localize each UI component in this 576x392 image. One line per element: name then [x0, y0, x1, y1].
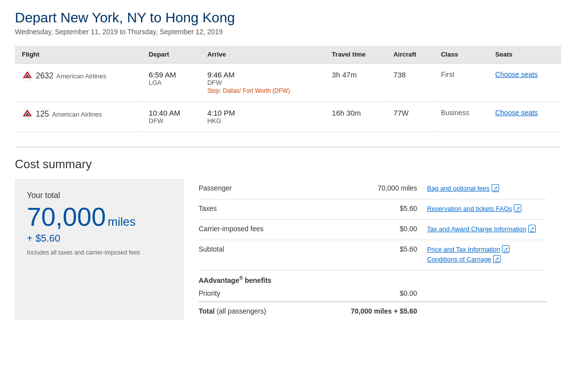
external-link-icon: ↗ [502, 245, 509, 253]
aadvantage-content: AAdvantage® benefits Priority $0.00 [199, 275, 546, 299]
depart-cell-0: 6:59 AM LGA [142, 64, 201, 102]
cost-summary-title: Cost summary [15, 157, 561, 171]
external-link-icon: ↗ [528, 225, 536, 233]
depart-airport-0: LGA [149, 79, 194, 86]
col-depart: Depart [142, 46, 201, 64]
flight-number-0: 2632 [36, 71, 54, 80]
page-subtitle: Wednesday, September 11, 2019 to Thursda… [15, 28, 561, 36]
stop-info-0: Stop: Dallas/ Fort Worth (DFW) [207, 87, 318, 94]
choose-seats-link-1[interactable]: Choose seats [495, 109, 538, 117]
airline-name-0: American Airlines [57, 72, 106, 80]
class-cell-0: First [434, 64, 488, 102]
aadvantage-sup: ® [239, 275, 243, 281]
aircraft-1: 77W [393, 109, 409, 117]
cost-label-0: Passenger [199, 184, 367, 192]
external-link-icon: ↗ [514, 204, 521, 212]
class-1: Business [441, 109, 469, 117]
seats-cell-1: Choose seats [488, 102, 561, 132]
total-includes: Includes all taxes and carrier-imposed f… [27, 249, 172, 256]
your-total-label: Your total [27, 191, 172, 200]
priority-label: Priority [199, 289, 367, 297]
travel-time-0: 3h 47m [332, 70, 357, 79]
cost-links-3: Price and Tax Information ↗Conditions of… [427, 245, 546, 265]
arrive-cell-1: 4:10 PM HKG [200, 102, 325, 132]
airline-name-1: American Airlines [52, 111, 102, 118]
arrive-time-0: 9:46 AM [207, 70, 318, 79]
class-0: First [441, 70, 454, 78]
cost-links-2: Tax and Award Charge Information ↗ [427, 225, 546, 235]
cost-amount-2: $0.00 [367, 225, 427, 233]
aircraft-cell-1: 77W [386, 102, 434, 132]
cost-label-3: Subtotal [199, 245, 367, 253]
flight-number-1: 125 [36, 110, 49, 119]
aa-logo-icon [22, 109, 33, 120]
cost-link-1[interactable]: Reservation and tickets FAQs ↗ [427, 204, 546, 212]
col-travel-time: Travel time [325, 46, 386, 64]
flight-row-1: 125 American Airlines 10:40 AM DFW 4:10 … [15, 102, 561, 132]
seats-cell-0: Choose seats [488, 64, 561, 102]
col-seats: Seats [488, 46, 561, 64]
col-class: Class [434, 46, 488, 64]
total-cash: + $5.60 [27, 233, 172, 244]
total-miles-display: 70,000 miles [27, 204, 172, 230]
aircraft-cell-0: 738 [386, 64, 434, 102]
cost-links-1: Reservation and tickets FAQs ↗ [427, 204, 546, 214]
col-arrive: Arrive [200, 46, 325, 64]
travel-time-cell-0: 3h 47m [325, 64, 386, 102]
priority-amount: $0.00 [367, 289, 427, 297]
section-divider [15, 147, 561, 147]
depart-cell-1: 10:40 AM DFW [142, 102, 201, 132]
arrive-cell-0: 9:46 AM DFW Stop: Dallas/ Fort Worth (DF… [200, 64, 325, 102]
depart-time-0: 6:59 AM [149, 70, 194, 79]
cost-summary-container: Your total 70,000 miles + $5.60 Includes… [15, 179, 561, 320]
flight-table: Flight Depart Arrive Travel time Aircraf… [15, 46, 561, 132]
cost-amount-0: 70,000 miles [367, 184, 427, 192]
cost-link-3[interactable]: Price and Tax Information ↗ [427, 245, 546, 253]
aircraft-0: 738 [393, 70, 406, 79]
arrive-time-1: 4:10 PM [207, 109, 318, 117]
aadvantage-section: AAdvantage® benefits Priority $0.00 [199, 270, 546, 302]
cost-amount-3: $5.60 [367, 245, 427, 253]
col-aircraft: Aircraft [386, 46, 434, 64]
cost-breakdown: Passenger 70,000 miles Bag and optional … [184, 179, 561, 320]
your-total-panel: Your total 70,000 miles + $5.60 Includes… [15, 179, 184, 320]
total-row: Total (all passengers) 70,000 miles + $5… [199, 302, 546, 320]
cost-link-2[interactable]: Tax and Award Charge Information ↗ [427, 225, 546, 233]
cost-links-0: Bag and optional fees ↗ [427, 184, 546, 194]
total-miles-value: 70,000 [27, 202, 106, 231]
depart-time-1: 10:40 AM [149, 109, 194, 117]
arrive-airport-1: HKG [207, 117, 318, 125]
cost-label-2: Carrier-imposed fees [199, 225, 367, 233]
cost-link-conditions[interactable]: Conditions of Carriage ↗ [427, 255, 546, 263]
external-link-icon: ↗ [492, 184, 499, 192]
travel-time-cell-1: 16h 30m [325, 102, 386, 132]
cost-row-1: Taxes $5.60 Reservation and tickets FAQs… [199, 199, 546, 220]
cost-amount-1: $5.60 [367, 204, 427, 212]
total-label: Total (all passengers) [199, 307, 328, 315]
cost-label-1: Taxes [199, 204, 367, 212]
external-link-icon: ↗ [493, 255, 501, 263]
travel-time-1: 16h 30m [332, 109, 360, 117]
flight-cell-1: 125 American Airlines [15, 102, 142, 132]
class-cell-1: Business [434, 102, 488, 132]
aadvantage-label: AAdvantage® benefits [199, 275, 546, 284]
flight-row-0: 2632 American Airlines 6:59 AM LGA 9:46 … [15, 64, 561, 102]
cost-row-3: Subtotal $5.60 Price and Tax Information… [199, 240, 546, 270]
choose-seats-link-0[interactable]: Choose seats [495, 70, 538, 78]
cost-row-2: Carrier-imposed fees $0.00 Tax and Award… [199, 220, 546, 240]
aa-logo-icon [22, 70, 33, 81]
cost-link-0[interactable]: Bag and optional fees ↗ [427, 184, 546, 192]
arrive-airport-0: DFW [207, 79, 318, 86]
col-flight: Flight [15, 46, 142, 64]
total-amount: 70,000 miles + $5.60 [328, 307, 427, 315]
depart-airport-1: DFW [149, 117, 194, 125]
total-miles-unit: miles [108, 215, 136, 228]
page-title: Depart New York, NY to Hong Kong [15, 10, 561, 26]
priority-row: Priority $0.00 [199, 287, 546, 299]
cost-row-0: Passenger 70,000 miles Bag and optional … [199, 179, 546, 199]
flight-cell-0: 2632 American Airlines [15, 64, 142, 102]
